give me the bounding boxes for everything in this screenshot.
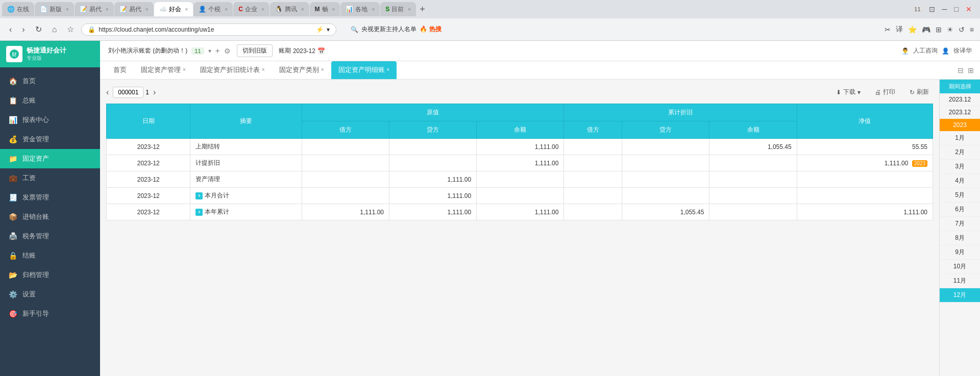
tab-close-muqian[interactable]: × <box>408 7 411 12</box>
period-item-nov[interactable]: 11月 <box>940 274 980 288</box>
reports-icon: 📊 <box>8 115 17 124</box>
period-item-feb[interactable]: 2月 <box>940 145 980 160</box>
page-tab-close-fixed-assets-detail[interactable]: × <box>387 67 390 72</box>
url-bar[interactable]: 🔒 https://cloud.chanjet.com/accounting/u… <box>81 23 336 36</box>
browser-tab-chang[interactable]: M 畅 × <box>310 2 340 16</box>
prev-record-button[interactable]: ‹ <box>106 88 109 97</box>
browser-tab-tencent[interactable]: 🐧 腾讯 × <box>270 2 309 16</box>
record-number-input[interactable] <box>113 87 143 98</box>
next-record-button[interactable]: › <box>153 88 156 97</box>
period-year-label[interactable]: 2023 <box>940 119 980 131</box>
period-item-mar[interactable]: 3月 <box>940 160 980 174</box>
tab-close-chang[interactable]: × <box>332 7 335 12</box>
sidebar-item-settings[interactable]: ⚙️ 设置 <box>0 285 100 304</box>
translate-icon[interactable]: 译 <box>896 25 903 34</box>
new-tab-button[interactable]: + <box>416 4 428 15</box>
sidebar-item-purchase-sales[interactable]: 📦 进销台账 <box>0 207 100 227</box>
archive-icon: 📂 <box>8 270 17 280</box>
human-service-label[interactable]: 人工咨询 <box>913 46 938 55</box>
sidebar-item-guide[interactable]: 🎯 新手引导 <box>0 304 100 323</box>
sidebar-item-ledger[interactable]: 📋 总账 <box>0 91 100 110</box>
download-button[interactable]: ⬇ 下载 ▾ <box>832 86 865 98</box>
tab-close-new[interactable]: × <box>66 7 69 12</box>
back-button[interactable]: ‹ <box>6 24 15 35</box>
add-account-button[interactable]: + <box>215 46 220 56</box>
browser-tab-haokuai[interactable]: ☁️ 好会 × <box>154 2 193 16</box>
reload-button[interactable]: ↻ <box>32 23 45 35</box>
tab-close-tencent[interactable]: × <box>301 7 304 12</box>
period-item-selected-2[interactable]: 2023.12 <box>940 106 980 119</box>
refresh-button[interactable]: ↻ 刷新 <box>905 86 933 98</box>
hot-search-label[interactable]: 🔥 热搜 <box>420 25 441 34</box>
page-tab-depreciation-stats[interactable]: 固定资产折旧统计表 × <box>193 61 272 80</box>
cell-orig-debit-5: 1,111.00 <box>302 204 389 220</box>
company-name: 刘小艳演示账套 (勿删勿动！) <box>108 46 187 55</box>
page-tab-fixed-assets-category[interactable]: 固定资产类别 × <box>272 61 331 80</box>
browser-tab-geshui[interactable]: 👤 个税 × <box>193 2 233 16</box>
sidebar-item-fixed-assets[interactable]: 📁 固定资产 <box>0 149 100 168</box>
period-item-apr[interactable]: 4月 <box>940 174 980 188</box>
page-tab-close-fixed-assets-mgmt[interactable]: × <box>183 67 186 72</box>
tab-close-haokuai[interactable]: × <box>185 7 188 12</box>
sidebar-item-tax[interactable]: 🖨️ 税务管理 <box>0 227 100 246</box>
sidebar-item-payroll[interactable]: 💼 工资 <box>0 168 100 188</box>
scissors-icon[interactable]: ✂ <box>885 26 891 34</box>
period-item-jan[interactable]: 1月 <box>940 131 980 145</box>
print-button[interactable]: 🖨 打印 <box>871 86 899 98</box>
forward-button[interactable]: › <box>19 24 28 35</box>
page-tab-home[interactable]: 首页 <box>106 61 134 80</box>
tab-count-badge[interactable]: 11 <box>911 6 923 13</box>
sidebar-item-invoice[interactable]: 🧾 发票管理 <box>0 188 100 207</box>
page-tab-close-depreciation-stats[interactable]: × <box>262 67 265 72</box>
tab-close-qiye[interactable]: × <box>261 7 264 12</box>
sidebar-item-funds[interactable]: 💰 资金管理 <box>0 130 100 149</box>
dropdown-icon[interactable]: ▾ <box>208 47 211 55</box>
period-item-selected-1[interactable]: 2023.12 <box>940 93 980 106</box>
tab-close-yidai1[interactable]: × <box>106 7 109 12</box>
period-item-aug[interactable]: 8月 <box>940 231 980 245</box>
home-button[interactable]: ⌂ <box>49 24 60 35</box>
cell-orig-balance-2: 1,111.00 <box>477 155 564 171</box>
undo-icon[interactable]: ↺ <box>959 26 965 34</box>
browser-tab-yidai2[interactable]: 📝 易代 × <box>114 2 154 16</box>
close-window-btn[interactable]: ✕ <box>964 5 974 13</box>
settings-gear-button[interactable]: ⚙ <box>224 47 231 55</box>
browser-tab-qiye[interactable]: C 企业 × <box>233 2 270 16</box>
browser-tab-new[interactable]: 📄 新版 × <box>35 2 74 16</box>
grid-icon[interactable]: ⊞ <box>936 26 942 34</box>
sidebar-item-home[interactable]: 🏠 首页 <box>0 71 100 91</box>
sidebar-item-archive[interactable]: 📂 归档管理 <box>0 265 100 285</box>
page-tab-fixed-assets-detail[interactable]: 固定资产明细账 × <box>331 61 397 80</box>
restore-window-btn[interactable]: ⊡ <box>927 5 937 13</box>
period-item-oct[interactable]: 10月 <box>940 260 980 274</box>
panel-expand-button[interactable]: ⊞ <box>968 66 974 74</box>
tab-close-geshui[interactable]: × <box>225 7 228 12</box>
tab-close-gedi[interactable]: × <box>372 7 375 12</box>
sidebar-item-settle[interactable]: 🔒 结账 <box>0 246 100 265</box>
period-item-may[interactable]: 5月 <box>940 188 980 203</box>
browser-tab-yidai1[interactable]: 📝 易代 × <box>75 2 114 16</box>
period-item-dec[interactable]: 12月 <box>940 288 980 303</box>
switch-old-version-button[interactable]: 切到旧版 <box>237 44 273 57</box>
page-tab-close-fixed-assets-category[interactable]: × <box>321 67 324 72</box>
browser-tab-online[interactable]: 🌐 在线 <box>2 2 34 16</box>
page-tab-fixed-assets-mgmt[interactable]: 固定资产管理 × <box>134 61 193 80</box>
minimize-window-btn[interactable]: ─ <box>940 5 949 13</box>
star-icon[interactable]: ⭐ <box>908 26 917 34</box>
period-item-jun[interactable]: 6月 <box>940 203 980 217</box>
search-icon: 🔍 <box>351 26 358 33</box>
browser-tab-gedi[interactable]: 📊 各地 × <box>340 2 380 16</box>
sidebar-item-reports[interactable]: 📊 报表中心 <box>0 110 100 130</box>
period-item-jul[interactable]: 7月 <box>940 217 980 231</box>
period-item-sep[interactable]: 9月 <box>940 245 980 260</box>
browser-tab-muqian[interactable]: S 目前 × <box>380 2 416 16</box>
calendar-icon[interactable]: 📅 <box>317 47 325 55</box>
brightness-icon[interactable]: ☀ <box>947 26 953 34</box>
game-icon[interactable]: 🎮 <box>922 26 930 34</box>
bookmark-button[interactable]: ☆ <box>64 23 77 35</box>
tab-label-haokuai: 好会 <box>169 5 181 14</box>
panel-shrink-button[interactable]: ⊟ <box>958 66 964 74</box>
menu-icon[interactable]: ≡ <box>970 26 974 34</box>
maximize-window-btn[interactable]: □ <box>952 5 961 13</box>
tab-close-yidai2[interactable]: × <box>145 7 149 12</box>
